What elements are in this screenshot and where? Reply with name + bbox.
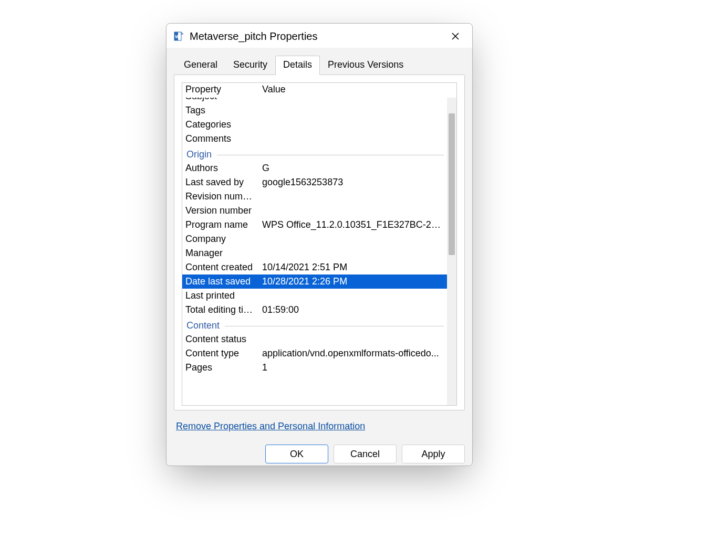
row-categories[interactable]: Categories [182,118,447,132]
row-company[interactable]: Company [182,232,447,246]
details-panel: Property Value Subject Tags [174,75,465,410]
window-title: Metaverse_pitch Properties [190,30,446,43]
row-content-status[interactable]: Content status [182,332,447,346]
header-property[interactable]: Property [182,83,259,97]
value-subject [259,98,447,102]
label-tags: Tags [182,104,259,117]
label-pages: Pages [182,362,259,374]
row-revision-number[interactable]: Revision number [182,189,447,204]
close-button[interactable] [446,29,465,44]
tab-previous-versions[interactable]: Previous Versions [320,56,411,75]
divider [217,155,444,155]
link-row: Remove Properties and Personal Informati… [174,410,465,432]
label-total-editing-time: Total editing time [182,304,259,316]
divider [225,326,444,326]
word-document-icon: W [174,31,184,41]
tab-strip: General Security Details Previous Versio… [174,55,465,75]
value-last-printed [259,290,447,302]
apply-button[interactable]: Apply [402,445,465,463]
header-value[interactable]: Value [259,83,456,97]
value-categories [259,119,447,131]
row-subject[interactable]: Subject [182,98,447,103]
tab-security[interactable]: Security [225,56,275,75]
scrollbar-thumb[interactable] [449,113,455,255]
value-last-saved-by: google1563253873 [259,176,447,188]
row-date-last-saved[interactable]: Date last saved 10/28/2021 2:26 PM [182,274,447,289]
row-last-saved-by[interactable]: Last saved by google1563253873 [182,175,447,189]
grid-rows: Subject Tags Categories Comments [182,98,447,405]
tab-general[interactable]: General [176,56,225,75]
row-program-name[interactable]: Program name WPS Office_11.2.0.10351_F1E… [182,218,447,232]
titlebar: W Metaverse_pitch Properties [167,24,472,48]
label-subject: Subject [182,98,259,102]
row-content-type[interactable]: Content type application/vnd.openxmlform… [182,346,447,361]
svg-text:W: W [175,34,180,39]
value-manager [259,247,447,259]
value-total-editing-time: 01:59:00 [259,304,447,316]
label-content-created: Content created [182,261,259,273]
label-last-saved-by: Last saved by [182,176,259,188]
value-program-name: WPS Office_11.2.0.10351_F1E327BC-26... [259,219,447,231]
label-manager: Manager [182,247,259,259]
label-program-name: Program name [182,219,259,231]
cancel-button[interactable]: Cancel [334,445,397,463]
row-version-number[interactable]: Version number [182,204,447,218]
row-pages[interactable]: Pages 1 [182,361,447,375]
value-company [259,233,447,245]
grid-body: Subject Tags Categories Comments [182,98,456,405]
label-authors: Authors [182,162,259,174]
section-origin-label: Origin [186,149,215,160]
value-tags [259,104,447,117]
row-authors[interactable]: Authors G [182,161,447,175]
label-version-number: Version number [182,205,259,217]
value-date-last-saved: 10/28/2021 2:26 PM [259,276,447,288]
vertical-scrollbar[interactable] [447,98,456,405]
row-content-created[interactable]: Content created 10/14/2021 2:51 PM [182,260,447,274]
value-authors: G [259,162,447,174]
section-origin: Origin [182,146,447,161]
row-comments[interactable]: Comments [182,132,447,146]
label-categories: Categories [182,119,259,131]
value-content-status [259,333,447,345]
ok-button[interactable]: OK [265,445,328,463]
value-pages: 1 [259,362,447,374]
row-last-printed[interactable]: Last printed [182,289,447,303]
section-content-label: Content [186,320,223,331]
label-date-last-saved: Date last saved [182,276,259,288]
close-icon [452,33,459,40]
label-comments: Comments [182,133,259,145]
value-comments [259,133,447,145]
value-revision-number [259,191,447,203]
svg-marker-3 [181,32,183,34]
label-content-status: Content status [182,333,259,345]
label-last-printed: Last printed [182,290,259,302]
properties-dialog: W Metaverse_pitch Properties General Sec… [166,23,473,466]
dialog-buttons: OK Cancel Apply [174,432,465,463]
value-content-created: 10/14/2021 2:51 PM [259,261,447,273]
dialog-client-area: General Security Details Previous Versio… [167,48,472,466]
tab-details[interactable]: Details [275,56,320,75]
section-content: Content [182,317,447,332]
remove-properties-link[interactable]: Remove Properties and Personal Informati… [176,421,365,431]
grid-header: Property Value [182,83,456,98]
property-grid: Property Value Subject Tags [182,82,457,406]
value-content-type: application/vnd.openxmlformats-officedo.… [259,347,447,360]
value-version-number [259,205,447,217]
row-total-editing-time[interactable]: Total editing time 01:59:00 [182,303,447,317]
label-company: Company [182,233,259,245]
label-content-type: Content type [182,347,259,360]
row-manager[interactable]: Manager [182,246,447,260]
label-revision-number: Revision number [182,191,259,203]
row-tags[interactable]: Tags [182,103,447,118]
